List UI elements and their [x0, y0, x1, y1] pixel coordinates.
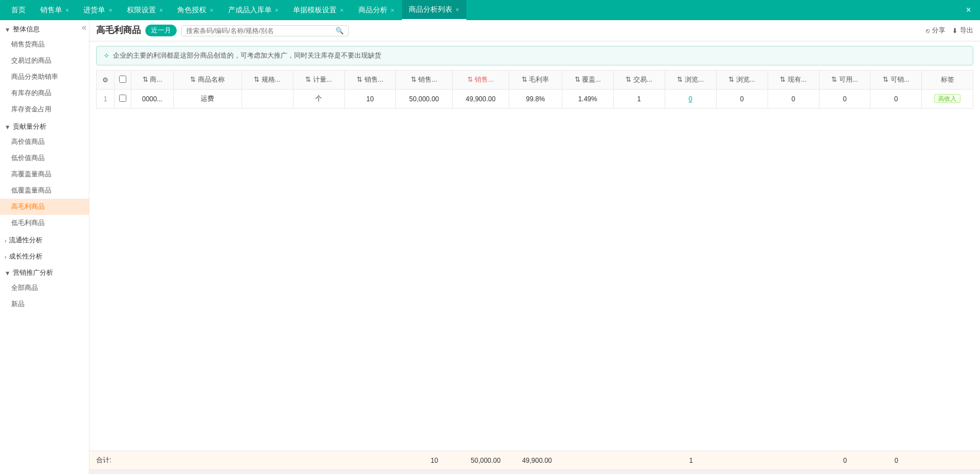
col-code[interactable]: ⇅ 商... — [131, 71, 174, 90]
top-nav: 首页 销售单 × 进货单 × 权限设置 × 角色授权 × 产成品入库单 × 单据… — [0, 0, 980, 20]
cell-saleable-stock: 0 — [870, 90, 922, 109]
col-spec[interactable]: ⇅ 规格... — [242, 71, 293, 90]
page-title: 高毛利商品 — [96, 25, 141, 36]
export-button[interactable]: ⬇ 导出 — [952, 26, 973, 35]
row-checkbox[interactable] — [119, 95, 126, 102]
cell-coverage: 1.49% — [562, 90, 613, 109]
cell-available-stock: 0 — [819, 90, 870, 109]
col-view1[interactable]: ⇅ 浏览... — [665, 71, 716, 90]
cell-spec — [242, 90, 293, 109]
footer-sale-amount: 50,000.00 — [460, 457, 512, 464]
sidebar-item-low-margin[interactable]: 低毛利商品 — [0, 215, 89, 231]
content-header: 高毛利商品 近一月 🔍 ⎋ 分享 ⬇ 导出 — [89, 20, 980, 41]
sidebar-item-high-value[interactable]: 高价值商品 — [0, 134, 89, 150]
cell-gross-margin: 99.8% — [509, 90, 562, 109]
close-sales-tab[interactable]: × — [65, 7, 69, 13]
col-tag[interactable]: 标签 — [922, 71, 973, 90]
sidebar-item-low-coverage[interactable]: 低覆盖量商品 — [0, 182, 89, 199]
tab-role[interactable]: 角色授权 × — [171, 0, 220, 20]
view1-link[interactable]: 0 — [689, 95, 693, 103]
sidebar-collapse-button[interactable]: « — [82, 22, 87, 32]
sidebar-item-low-value[interactable]: 低价值商品 — [0, 150, 89, 166]
sidebar-item-high-coverage[interactable]: 高覆盖量商品 — [0, 166, 89, 182]
period-badge[interactable]: 近一月 — [145, 25, 177, 36]
tab-home[interactable]: 首页 — [4, 0, 32, 20]
share-icon: ⎋ — [926, 27, 930, 35]
tab-production[interactable]: 产成品入库单 × — [221, 0, 285, 20]
col-view2[interactable]: ⇅ 浏览... — [716, 71, 768, 90]
tab-sales[interactable]: 销售单 × — [34, 0, 75, 20]
info-banner: ✧ 企业的主要的利润都是这部分商品创造的，可考虑加大推广，同时关注库存是不要出现… — [96, 46, 973, 65]
content-area: 高毛利商品 近一月 🔍 ⎋ 分享 ⬇ 导出 ✧ 企业的主要的利润都是这部分商品创… — [89, 20, 980, 474]
cell-view2: 0 — [716, 90, 768, 109]
table-container: ⚙ ⇅ 商... ⇅ 商品名称 ⇅ 规格... ⇅ 计量... ⇅ 销售... … — [89, 70, 980, 450]
tag-badge: 高收入 — [934, 94, 960, 103]
footer-current-stock: 0 — [820, 457, 871, 464]
tab-analysis-list[interactable]: 商品分析列表 × — [402, 0, 466, 20]
col-sale-profit[interactable]: ⇅ 销售... — [452, 71, 509, 90]
sidebar-item-stock-capital[interactable]: 库存资金占用 — [0, 101, 89, 118]
table-header-row: ⚙ ⇅ 商... ⇅ 商品名称 ⇅ 规格... ⇅ 计量... ⇅ 销售... … — [97, 71, 973, 90]
search-box: 🔍 — [181, 25, 349, 36]
close-window-button[interactable]: × — [962, 5, 976, 15]
sidebar-item-category-rate[interactable]: 商品分类助销率 — [0, 69, 89, 85]
cell-sale-qty: 10 — [344, 90, 396, 109]
sidebar-group-growth[interactable]: › 成长性分析 — [0, 247, 89, 264]
arrow-icon-2: ▼ — [4, 124, 11, 130]
sidebar-group-overall[interactable]: ▼ 整体信息 — [0, 20, 89, 36]
sidebar-group-marketing[interactable]: ▼ 营销推广分析 — [0, 264, 89, 280]
footer-sale-qty: 10 — [409, 457, 460, 464]
cell-code: 0000... — [131, 90, 174, 109]
col-gross-margin[interactable]: ⇅ 毛利率 — [509, 71, 562, 90]
bottom-scrollbar[interactable] — [89, 470, 980, 474]
close-purchase-tab[interactable]: × — [108, 7, 112, 13]
cell-trade: 1 — [613, 90, 665, 109]
tab-analysis[interactable]: 商品分析 × — [352, 0, 401, 20]
data-table: ⚙ ⇅ 商... ⇅ 商品名称 ⇅ 规格... ⇅ 计量... ⇅ 销售... … — [96, 70, 973, 109]
footer-sale-profit: 49,900.00 — [512, 457, 563, 464]
cell-sale-amount: 50,000.00 — [396, 90, 452, 109]
search-icon[interactable]: 🔍 — [335, 27, 344, 35]
col-current-stock[interactable]: ⇅ 现有... — [768, 71, 819, 90]
footer-trade: 1 — [665, 457, 717, 464]
col-coverage[interactable]: ⇅ 覆盖... — [562, 71, 613, 90]
sidebar-item-stock-goods[interactable]: 有库存的商品 — [0, 85, 89, 101]
sidebar-group-liquidity[interactable]: › 流通性分析 — [0, 231, 89, 247]
col-unit[interactable]: ⇅ 计量... — [293, 71, 344, 90]
footer-available-stock: 0 — [870, 457, 922, 464]
cell-current-stock: 0 — [768, 90, 819, 109]
col-name[interactable]: ⇅ 商品名称 — [173, 71, 242, 90]
close-production-tab[interactable]: × — [275, 7, 278, 13]
footer-summary: 合计: 10 50,000.00 49,900.00 1 0 0 — [89, 450, 980, 470]
col-sale-amount[interactable]: ⇅ 销售... — [396, 71, 452, 90]
close-role-tab[interactable]: × — [210, 7, 213, 13]
col-sale-qty[interactable]: ⇅ 销售... — [344, 71, 396, 90]
search-input[interactable] — [186, 27, 335, 35]
tab-template[interactable]: 单据模板设置 × — [286, 0, 350, 20]
close-template-tab[interactable]: × — [340, 7, 343, 13]
tab-permission[interactable]: 权限设置 × — [120, 0, 169, 20]
col-available-stock[interactable]: ⇅ 可用... — [819, 71, 870, 90]
close-permission-tab[interactable]: × — [159, 7, 163, 13]
sidebar-item-new-goods[interactable]: 新品 — [0, 296, 89, 312]
arrow-icon: ▼ — [4, 26, 11, 33]
cell-checkbox[interactable] — [115, 90, 131, 109]
cell-view1[interactable]: 0 — [665, 90, 716, 109]
footer-label: 合计: — [96, 456, 152, 465]
sidebar-item-sales-goods[interactable]: 销售货商品 — [0, 36, 89, 53]
sidebar-item-all-goods[interactable]: 全部商品 — [0, 280, 89, 296]
tab-purchase[interactable]: 进货单 × — [77, 0, 119, 20]
cell-sale-profit: 49,900.00 — [452, 90, 509, 109]
select-all-checkbox[interactable] — [119, 76, 126, 83]
share-button[interactable]: ⎋ 分享 — [926, 26, 945, 35]
arrow-icon-3: › — [4, 237, 7, 244]
col-trade[interactable]: ⇅ 交易... — [613, 71, 665, 90]
sidebar-group-contribution[interactable]: ▼ 贡献量分析 — [0, 118, 89, 134]
close-analysis-tab[interactable]: × — [391, 7, 394, 13]
sidebar-item-high-margin[interactable]: 高毛利商品 — [0, 199, 89, 215]
sidebar-item-traded-goods[interactable]: 交易过的商品 — [0, 53, 89, 69]
cell-num: 1 — [97, 90, 115, 109]
col-saleable-stock[interactable]: ⇅ 可销... — [870, 71, 922, 90]
close-analysis-list-tab[interactable]: × — [456, 6, 459, 13]
col-settings[interactable]: ⚙ — [97, 71, 115, 90]
